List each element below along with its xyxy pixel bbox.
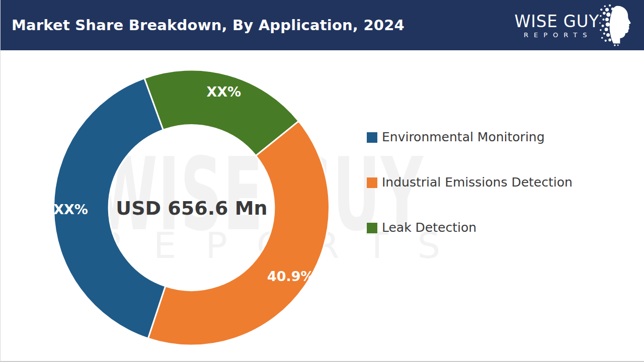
legend-label: Industrial Emissions Detection <box>382 175 573 190</box>
report-page: Market Share Breakdown, By Application, … <box>0 0 644 362</box>
page-title: Market Share Breakdown, By Application, … <box>12 17 405 34</box>
legend-item: Environmental Monitoring <box>367 130 545 144</box>
donut-segment <box>148 121 329 345</box>
legend-label: Leak Detection <box>382 221 476 235</box>
legend-item: Industrial Emissions Detection <box>367 175 573 190</box>
brand-name: WISE GUY <box>515 13 600 30</box>
legend-swatch <box>367 223 377 233</box>
header-bar: Market Share Breakdown, By Application, … <box>0 0 644 50</box>
segment-value-label: XX% <box>53 202 88 217</box>
segment-value-label: XX% <box>206 84 241 100</box>
wiseguy-head-icon <box>595 4 637 46</box>
brand-subtitle: REPORTS <box>522 32 593 38</box>
legend-label: Environmental Monitoring <box>382 130 545 144</box>
brand-text: WISE GUY REPORTS <box>512 13 602 38</box>
legend-swatch <box>367 177 377 188</box>
segment-value-label: 40.9% <box>267 268 314 284</box>
legend-swatch <box>367 132 377 143</box>
chart-center-value: USD 656.6 Mn <box>116 197 267 219</box>
brand-logo: WISE GUY REPORTS <box>512 4 637 46</box>
legend-item: Leak Detection <box>367 221 476 235</box>
